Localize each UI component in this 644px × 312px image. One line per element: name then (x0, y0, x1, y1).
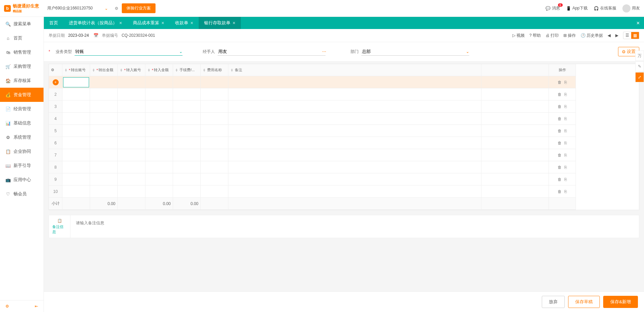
app-download-link[interactable]: 📱 App下载 (566, 5, 588, 11)
cell[interactable] (145, 76, 173, 88)
cell[interactable] (228, 88, 481, 101)
cell[interactable] (173, 137, 201, 149)
prev-icon[interactable]: ◀ (608, 33, 611, 38)
cell[interactable] (62, 137, 90, 149)
col-in-acc[interactable]: ▲▼*转入账号 (118, 64, 145, 76)
message-link[interactable]: 💬 消息 6 (545, 5, 560, 11)
cell[interactable] (145, 125, 173, 137)
delete-icon[interactable]: 🗑 (558, 92, 562, 97)
chevron-down-icon[interactable]: ⌄ (179, 49, 183, 54)
delete-icon[interactable]: 🗑 (558, 153, 562, 158)
sidebar-item-business[interactable]: 📄经营管理 (0, 102, 44, 116)
cell[interactable] (481, 88, 549, 101)
cell[interactable] (201, 149, 228, 161)
cell[interactable] (481, 186, 549, 198)
more-icon[interactable]: ⋯ (322, 49, 326, 54)
remark-input[interactable] (71, 215, 639, 231)
cell[interactable] (145, 113, 173, 125)
date-value[interactable]: 2023-03-24 (68, 33, 89, 38)
print-link[interactable]: 🖨 打印 (545, 33, 559, 38)
tab-receipt[interactable]: 收款单✕ (170, 17, 199, 29)
add-row[interactable]: + (49, 76, 62, 88)
cell[interactable] (62, 149, 90, 161)
cell[interactable] (173, 186, 201, 198)
col-out-amt[interactable]: ▲▼*转出金额 (90, 64, 118, 76)
cell[interactable] (481, 76, 549, 88)
sidebar-item-home[interactable]: ⌂首页 (0, 31, 44, 45)
cell[interactable] (481, 125, 549, 137)
discard-button[interactable]: 放弃 (542, 296, 565, 308)
cell-edit[interactable] (62, 76, 90, 88)
cell[interactable] (145, 88, 173, 101)
rightbar-item[interactable]: ✎ (635, 61, 644, 72)
sidebar-item-inventory[interactable]: 🏠库存核算 (0, 74, 44, 88)
cell[interactable] (201, 113, 228, 125)
view-card[interactable]: ▦ (631, 32, 639, 39)
cell[interactable] (90, 76, 118, 88)
history-link[interactable]: 🕐 历史单据 (581, 33, 603, 38)
calendar-icon[interactable]: 📅 (93, 33, 99, 38)
copy-icon[interactable]: ⎘ (564, 153, 567, 158)
cell[interactable] (481, 149, 549, 161)
delete-icon[interactable]: 🗑 (558, 189, 562, 194)
cell[interactable] (118, 113, 145, 125)
dept-input[interactable] (361, 48, 469, 56)
sidebar-item-apps[interactable]: 📺应用中心 (0, 173, 44, 187)
sidebar-item-system[interactable]: ⚙系统管理 (0, 130, 44, 144)
cell[interactable] (481, 161, 549, 173)
delete-icon[interactable]: 🗑 (558, 116, 562, 121)
tab-bank[interactable]: 银行存取款单✕ (199, 17, 241, 29)
cell[interactable] (481, 113, 549, 125)
cell[interactable] (62, 101, 90, 113)
copy-icon[interactable]: ⎘ (564, 116, 567, 121)
delete-icon[interactable]: 🗑 (558, 177, 562, 182)
tab-cost[interactable]: 商品成本重算✕ (128, 17, 170, 29)
cell[interactable] (173, 125, 201, 137)
col-in-amt[interactable]: ▲▼*转入金额 (145, 64, 173, 76)
close-icon[interactable]: ✕ (119, 21, 122, 25)
cell[interactable] (481, 137, 549, 149)
cell[interactable] (90, 113, 118, 125)
cell[interactable] (145, 186, 173, 198)
cell[interactable] (173, 161, 201, 173)
cell[interactable] (173, 149, 201, 161)
cell[interactable] (228, 76, 481, 88)
support-link[interactable]: 🎧 在线客服 (594, 5, 616, 11)
cell[interactable] (228, 137, 481, 149)
delete-icon[interactable]: 🗑 (558, 129, 562, 133)
cell[interactable] (228, 113, 481, 125)
cell[interactable] (118, 186, 145, 198)
cell[interactable] (173, 76, 201, 88)
experience-button[interactable]: 体验行业方案 (122, 3, 156, 13)
close-all-tabs[interactable]: ✕ (632, 21, 644, 26)
cell[interactable] (118, 88, 145, 101)
sidebar-item-collab[interactable]: 📋企业协同 (0, 144, 44, 159)
cell[interactable] (118, 173, 145, 186)
cell[interactable] (201, 88, 228, 101)
user-select[interactable]: 用户690企业1660120750 ⌄ (44, 5, 111, 11)
delete-icon[interactable]: 🗑 (558, 80, 562, 85)
cell[interactable] (90, 125, 118, 137)
chevron-down-icon[interactable]: ⌄ (466, 49, 469, 54)
col-fee[interactable]: ▲▼手续费/... (173, 64, 201, 76)
sidebar-item-finance[interactable]: 💰资金管理 (0, 88, 44, 102)
cell[interactable] (201, 173, 228, 186)
copy-icon[interactable]: ⎘ (564, 141, 567, 145)
cell[interactable] (201, 125, 228, 137)
user-menu[interactable]: 用友 (622, 4, 640, 12)
rightbar-item[interactable]: 万 (635, 51, 644, 61)
sidebar-item-sales[interactable]: 🛍销售管理 (0, 45, 44, 59)
close-icon[interactable]: ✕ (190, 21, 193, 25)
cell[interactable] (62, 113, 90, 125)
cell[interactable] (173, 88, 201, 101)
cell[interactable] (201, 161, 228, 173)
handler-input[interactable] (218, 48, 326, 56)
collapse-icon[interactable]: ⇤ (35, 304, 38, 309)
cell[interactable] (201, 137, 228, 149)
cell[interactable] (90, 137, 118, 149)
col-out-acc[interactable]: ▲▼*转出账号 (62, 64, 90, 76)
rightbar-item[interactable]: ⤢ (635, 72, 644, 82)
cell[interactable] (145, 137, 173, 149)
cell[interactable] (62, 88, 90, 101)
cell[interactable] (201, 186, 228, 198)
